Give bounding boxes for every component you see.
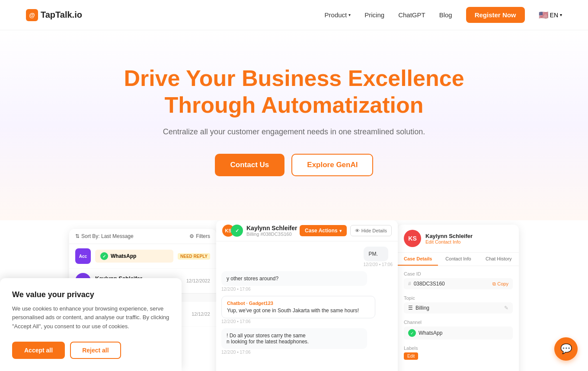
case-details-header: KS Kaylynn Schleifer Edit Contact Info (398, 225, 519, 253)
whatsapp-icon: ✓ (100, 252, 108, 260)
hash-icon: # (408, 281, 411, 287)
tab-case-details[interactable]: Case Details (398, 253, 438, 266)
chat-header-user: KS ✓ Kaylynn Schleifer Billing #038DC3S1… (222, 225, 297, 237)
filter-btn[interactable]: ⚙ Filters (189, 233, 210, 239)
msg2: y other stores around? 12/2/20 • 17:06 (221, 271, 393, 292)
bot-bubble: Chatbot · Gadget123 Yup, we've got one i… (221, 296, 375, 318)
lang-chevron-icon: ▾ (560, 13, 562, 17)
logo-icon: @ (26, 9, 38, 21)
labels-field: Labels Edit (404, 346, 513, 360)
wa-avatar: ✓ (231, 225, 243, 237)
nav-chatgpt[interactable]: ChatGPT (398, 11, 425, 19)
detail-body: Case ID # 038DC3S160 ⧉ Copy Topic ☰ (398, 266, 519, 365)
navbar: @ TapTalk.io Product ▾ Pricing ChatGPT B… (0, 0, 588, 30)
hero-buttons: Contact Us Explore GenAI (17, 154, 571, 176)
cookie-banner: We value your privacy We use cookies to … (0, 278, 182, 371)
chat-widget-button[interactable]: 💬 (554, 337, 578, 361)
msg1: PM. 12/2/20 • 17:06 (221, 247, 393, 267)
nav-links: Product ▾ Pricing ChatGPT Blog Register … (325, 7, 562, 23)
detail-tabs: Case Details Contact Info Chat History (398, 253, 519, 266)
language-selector[interactable]: 🇺🇸 EN ▾ (539, 10, 562, 20)
case-actions-chevron: ▾ (339, 228, 342, 233)
whatsapp-conv-info: ✓ WhatsApp (95, 250, 173, 263)
hero-section: Drive Your Business Excellence Through A… (0, 30, 588, 220)
right-user-info: Kaylynn Schleifer Edit Contact Info (425, 233, 473, 244)
cookie-text: We use cookies to enhance your browsing … (12, 304, 169, 331)
channel-field: Channel ✓ WhatsApp (404, 320, 513, 339)
cookie-title: We value your privacy (12, 290, 169, 299)
logo-text: TapTalk.io (41, 10, 82, 20)
right-avatar: KS (404, 230, 421, 247)
case-actions-button[interactable]: Case Actions ▾ (300, 225, 347, 236)
edit-labels-button[interactable]: Edit (404, 352, 418, 360)
msg2-bubble: y other stores around? (221, 271, 367, 286)
need-reply-badge: NEED REPLY (178, 253, 210, 260)
chat-messages: PM. 12/2/20 • 17:06 y other stores aroun… (216, 241, 398, 360)
eye-icon: 👁 (355, 228, 360, 233)
chat-header-actions: Case Actions ▾ 👁 Hide Details (300, 225, 392, 236)
case-id-value: # 038DC3S160 ⧉ Copy (404, 278, 513, 289)
msg3-bubble: ! Do all your stores carry the same n lo… (221, 328, 367, 349)
cookie-buttons: Accept all Reject all (12, 342, 169, 359)
account-icon: Acc (75, 248, 91, 264)
topic-value: ☰ Billing ✎ (404, 302, 513, 314)
nav-blog[interactable]: Blog (439, 11, 452, 19)
nav-pricing[interactable]: Pricing (364, 11, 384, 19)
reject-all-button[interactable]: Reject all (70, 342, 121, 359)
whatsapp-tab-item[interactable]: Acc ✓ WhatsApp NEED REPLY (69, 244, 216, 269)
chat-widget-icon: 💬 (560, 343, 572, 355)
copy-button[interactable]: ⧉ Copy (492, 281, 508, 287)
msg1-bubble: PM. (364, 247, 388, 261)
chat-header-avatars: KS ✓ (222, 225, 243, 237)
labels-value: Edit (404, 352, 513, 360)
register-button[interactable]: Register Now (466, 7, 525, 23)
channel-value: ✓ WhatsApp (404, 327, 513, 339)
case-details-card: KS Kaylynn Schleifer Edit Contact Info C… (398, 225, 519, 371)
contact-us-button[interactable]: Contact Us (215, 154, 285, 176)
copy-icon: ⧉ (492, 281, 496, 286)
accept-all-button[interactable]: Accept all (12, 342, 65, 359)
list-icon: ☰ (408, 305, 413, 311)
nav-product[interactable]: Product ▾ (325, 11, 351, 19)
topic-edit-icon[interactable]: ✎ (504, 305, 508, 311)
topic-field: Topic ☰ Billing ✎ (404, 295, 513, 314)
chat-header: KS ✓ Kaylynn Schleifer Billing #038DC3S1… (216, 220, 398, 241)
explore-genai-button[interactable]: Explore GenAI (291, 154, 373, 176)
whatsapp-channel-icon: ✓ (408, 329, 416, 337)
hero-subtext: Centralize all your customer engagement … (17, 127, 571, 136)
chat-window-card: KS ✓ Kaylynn Schleifer Billing #038DC3S1… (216, 220, 398, 371)
hero-headline: Drive Your Business Excellence Through A… (17, 65, 571, 119)
filter-icon: ⚙ (189, 233, 194, 239)
bot-msg: Chatbot · Gadget123 Yup, we've got one i… (221, 296, 393, 324)
tab-chat-history[interactable]: Chat History (479, 253, 519, 266)
flag-icon: 🇺🇸 (539, 10, 548, 20)
case-id-field: Case ID # 038DC3S160 ⧉ Copy (404, 271, 513, 289)
whatsapp-tab: ✓ WhatsApp (95, 250, 173, 263)
edit-contact-link[interactable]: Edit Contact Info (425, 239, 473, 244)
chat-header-info: Kaylynn Schleifer Billing #038DC3S160 (246, 225, 297, 237)
sort-icon: ⇅ (75, 233, 80, 239)
tab-contact-info[interactable]: Contact Info (438, 253, 478, 266)
chat-list-header: ⇅ Sort By: Last Message ⚙ Filters (69, 229, 216, 244)
hide-details-button[interactable]: 👁 Hide Details (350, 225, 392, 236)
chevron-down-icon: ▾ (348, 13, 351, 17)
msg3: ! Do all your stores carry the same n lo… (221, 328, 393, 355)
logo[interactable]: @ TapTalk.io (26, 9, 82, 21)
